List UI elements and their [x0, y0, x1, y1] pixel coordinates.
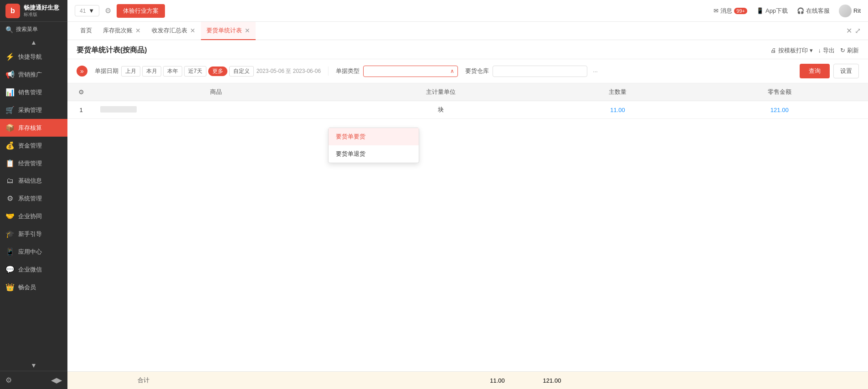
sidebar-item-cooperation[interactable]: 🤝 企业协同	[0, 207, 67, 225]
td-index: 1	[67, 101, 95, 119]
nav-icon-purchase: 🛒	[5, 106, 15, 114]
warehouse-input[interactable]	[493, 66, 587, 77]
scroll-down-icon: ▼	[31, 362, 37, 369]
message-icon: ✉	[714, 7, 719, 14]
sidebar-item-sales[interactable]: 📊 销售管理	[0, 83, 67, 101]
refresh-btn[interactable]: ↻ 刷新	[840, 46, 859, 55]
nav-icon-system: ⚙	[5, 194, 15, 203]
nav-label-quick-nav: 快捷导航	[18, 53, 42, 61]
topbar: 41 ▼ ⚙ 体验行业方案 ✉ 消息 99+ 📱 App下载 🎧 在线客服 R	[67, 0, 868, 22]
online-service-action[interactable]: 🎧 在线客服	[797, 7, 830, 15]
dropdown-item-order-goods[interactable]: 要货单要货	[329, 128, 419, 145]
print-template-btn[interactable]: 🖨 按模板打印 ▾	[770, 46, 813, 55]
dropdown-item-order-return[interactable]: 要货单退货	[329, 145, 419, 163]
sidebar-item-marketing[interactable]: 📢 营销推广	[0, 66, 67, 83]
sidebar-item-basic[interactable]: 🗂 基础信息	[0, 172, 67, 189]
collapse-icon[interactable]: ◀▶	[51, 376, 62, 384]
footer-label: 合计	[73, 376, 187, 384]
tabs-close-all-icon[interactable]: ✕	[846, 26, 852, 35]
sidebar-search[interactable]: 🔍 搜索菜单	[0, 22, 67, 37]
store-selector[interactable]: 41 ▼	[75, 5, 99, 16]
sidebar-nav: ⚡ 快捷导航📢 营销推广📊 销售管理🛒 采购管理📦 库存核算💰 资金管理📋 经营…	[0, 48, 67, 360]
th-settings[interactable]: ⚙	[67, 83, 95, 101]
date-btn-本年[interactable]: 本年	[163, 66, 182, 77]
sidebar-item-operations[interactable]: 📋 经营管理	[0, 154, 67, 172]
tab-label-batch-account: 库存批次账	[103, 26, 133, 35]
filter-actions: 查询 设置	[800, 64, 859, 78]
settings-gear-icon[interactable]: ⚙	[105, 6, 111, 15]
sidebar-item-quick-nav[interactable]: ⚡ 快捷导航	[0, 48, 67, 66]
type-filter-group: 单据类型 ∧	[336, 66, 458, 77]
print-icon: 🖨	[770, 47, 776, 54]
table-wrapper: ⚙ 商品 主计量单位 主数量 零售金额 1 块 11.00 121.00	[67, 83, 868, 371]
column-settings-icon[interactable]: ⚙	[78, 88, 84, 96]
nav-label-inventory: 库存核算	[18, 124, 42, 132]
warehouse-more-icon[interactable]: ···	[593, 68, 598, 75]
topbar-right: ✉ 消息 99+ 📱 App下载 🎧 在线客服 Rit	[714, 5, 861, 17]
th-product: 商品	[95, 83, 337, 101]
settings-btn[interactable]: 设置	[833, 64, 859, 78]
scroll-up-icon: ▲	[31, 39, 37, 46]
nav-icon-finance: 💰	[5, 141, 15, 150]
expand-btn[interactable]: »	[77, 66, 87, 77]
avatar	[839, 5, 852, 17]
service-icon: 🎧	[797, 7, 804, 14]
page-header: 要货单统计表(按商品) 🖨 按模板打印 ▾ ↓ 导出 ↻ 刷新	[67, 40, 868, 59]
footer-quantity: 11.00	[470, 377, 525, 384]
table-footer: 合计 11.00 121.00	[67, 371, 868, 389]
type-select-input[interactable]	[363, 66, 458, 77]
tab-home[interactable]: 首页	[75, 22, 98, 40]
table-head: ⚙ 商品 主计量单位 主数量 零售金额	[67, 83, 868, 101]
tab-close-batch-account[interactable]: ✕	[135, 27, 141, 34]
nav-label-guide: 新手引导	[18, 230, 42, 238]
tab-batch-account[interactable]: 库存批次账✕	[98, 22, 146, 40]
date-btn-自定义[interactable]: 自定义	[229, 66, 254, 77]
table-body: 1 块 11.00 121.00	[67, 101, 868, 119]
export-btn[interactable]: ↓ 导出	[818, 46, 835, 55]
sidebar-item-purchase[interactable]: 🛒 采购管理	[0, 101, 67, 119]
nav-icon-operations: 📋	[5, 159, 15, 168]
date-btn-更多[interactable]: 更多	[208, 67, 227, 76]
sidebar-item-member[interactable]: 👑 畅会员	[0, 278, 67, 296]
refresh-icon: ↻	[840, 47, 845, 54]
page-actions: 🖨 按模板打印 ▾ ↓ 导出 ↻ 刷新	[770, 46, 859, 55]
data-table: ⚙ 商品 主计量单位 主数量 零售金额 1 块 11.00 121.00	[67, 83, 868, 119]
scroll-up-btn[interactable]: ▲	[0, 37, 67, 48]
nav-label-system: 系统管理	[18, 194, 42, 203]
warehouse-filter-group: 要货仓库 ···	[465, 66, 598, 77]
date-btn-本月[interactable]: 本月	[142, 66, 161, 77]
sidebar-item-wechat[interactable]: 💬 企业微信	[0, 261, 67, 278]
app-download-action[interactable]: 📱 App下载	[756, 7, 788, 15]
trial-btn[interactable]: 体验行业方案	[117, 4, 165, 18]
query-btn[interactable]: 查询	[800, 64, 830, 78]
tab-label-collection-summary: 收发存汇总表	[152, 26, 187, 35]
tabs-expand-icon[interactable]: ⤢	[855, 26, 861, 35]
settings-icon[interactable]: ⚙	[5, 376, 12, 384]
app-icon: 📱	[756, 7, 764, 14]
table-row: 1 块 11.00 121.00	[67, 101, 868, 119]
sidebar-item-inventory[interactable]: 📦 库存核算	[0, 119, 67, 137]
messages-action[interactable]: ✉ 消息 99+	[714, 7, 747, 15]
sidebar-item-finance[interactable]: 💰 资金管理	[0, 137, 67, 154]
date-btn-上月[interactable]: 上月	[121, 66, 140, 77]
logo-text: 畅捷通好生意 标准版	[24, 4, 59, 18]
logo-icon: b	[5, 4, 20, 18]
tab-close-collection-summary[interactable]: ✕	[190, 27, 195, 34]
date-btn-近7天[interactable]: 近7天	[184, 66, 206, 77]
tab-order-summary[interactable]: 要货单统计表✕	[201, 22, 256, 40]
nav-label-basic: 基础信息	[18, 177, 42, 185]
nav-icon-guide: 🎓	[5, 230, 15, 238]
scroll-down-btn[interactable]: ▼	[0, 360, 67, 371]
nav-label-member: 畅会员	[18, 283, 36, 292]
expand-icon: »	[80, 67, 84, 75]
sidebar-item-guide[interactable]: 🎓 新手引导	[0, 225, 67, 243]
tab-close-order-summary[interactable]: ✕	[245, 27, 250, 34]
type-dropdown: 要货单要货要货单退货	[328, 128, 419, 163]
td-product	[95, 101, 337, 119]
sidebar-item-appstore[interactable]: 📱 应用中心	[0, 243, 67, 261]
product-placeholder	[100, 106, 137, 113]
sidebar-item-system[interactable]: ⚙ 系统管理	[0, 189, 67, 207]
date-label: 单据日期	[95, 67, 118, 75]
user-profile[interactable]: Rit	[839, 5, 861, 17]
tab-collection-summary[interactable]: 收发存汇总表✕	[146, 22, 201, 40]
